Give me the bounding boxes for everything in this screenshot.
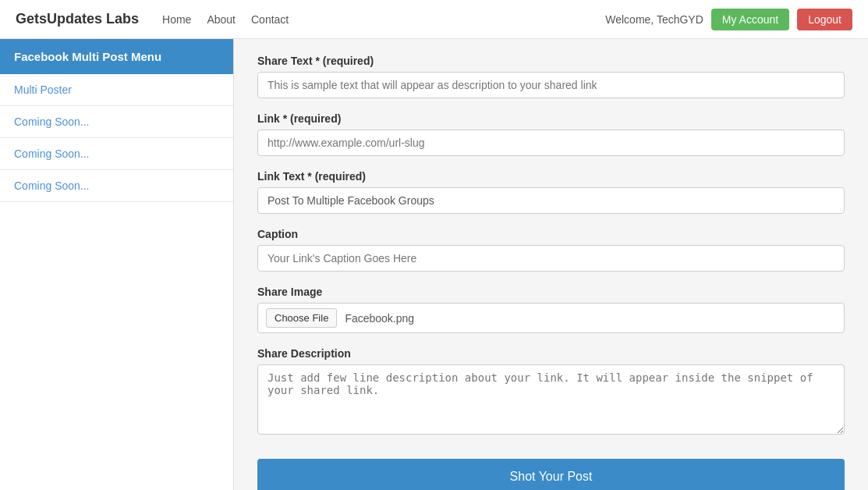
welcome-text: Welcome, TechGYD	[605, 13, 703, 26]
nav-menu: Home About Contact	[162, 13, 605, 26]
share-text-group: Share Text * (required)	[257, 55, 845, 98]
share-image-group: Share Image Choose File Facebook.png	[257, 286, 845, 333]
link-text-label: Link Text * (required)	[257, 170, 845, 183]
caption-input[interactable]	[257, 245, 845, 272]
file-input-wrapper: Choose File Facebook.png	[257, 303, 845, 333]
brand-logo[interactable]: GetsUpdates Labs	[16, 11, 139, 27]
share-description-textarea[interactable]	[257, 364, 845, 435]
submit-button[interactable]: Shot Your Post	[257, 459, 845, 490]
sidebar: Facebook Multi Post Menu Multi Poster Co…	[0, 39, 234, 490]
caption-group: Caption	[257, 228, 845, 272]
link-text-group: Link Text * (required)	[257, 170, 845, 214]
my-account-button[interactable]: My Account	[711, 9, 789, 30]
choose-file-button[interactable]: Choose File	[266, 308, 337, 328]
share-text-label: Share Text * (required)	[257, 55, 845, 67]
share-image-label: Share Image	[257, 286, 845, 298]
link-input[interactable]	[257, 130, 845, 156]
sidebar-item-coming-soon-1[interactable]: Coming Soon...	[0, 106, 233, 138]
navbar-right: Welcome, TechGYD My Account Logout	[605, 9, 852, 30]
share-description-group: Share Description	[257, 347, 845, 437]
link-text-input[interactable]	[257, 187, 845, 214]
nav-about[interactable]: About	[207, 13, 236, 26]
sidebar-menu-header[interactable]: Facebook Multi Post Menu	[0, 39, 233, 74]
link-group: Link * (required)	[257, 112, 845, 156]
sidebar-item-coming-soon-3[interactable]: Coming Soon...	[0, 170, 233, 202]
file-name-display: Facebook.png	[345, 312, 414, 325]
share-description-label: Share Description	[257, 347, 845, 360]
link-label: Link * (required)	[257, 112, 845, 125]
sidebar-item-multi-poster[interactable]: Multi Poster	[0, 74, 233, 106]
nav-contact[interactable]: Contact	[251, 13, 289, 26]
main-content: Share Text * (required) Link * (required…	[234, 39, 868, 490]
share-text-input[interactable]	[257, 72, 845, 98]
page-container: Facebook Multi Post Menu Multi Poster Co…	[0, 39, 868, 490]
navbar: GetsUpdates Labs Home About Contact Welc…	[0, 0, 868, 39]
nav-home[interactable]: Home	[162, 13, 191, 26]
logout-button[interactable]: Logout	[797, 9, 852, 30]
sidebar-item-coming-soon-2[interactable]: Coming Soon...	[0, 138, 233, 170]
caption-label: Caption	[257, 228, 845, 240]
